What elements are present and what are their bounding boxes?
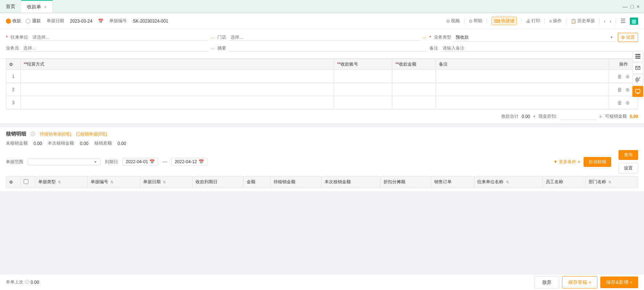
row-1-settlement[interactable] <box>21 70 334 83</box>
bt-col-dept: 部门名称 ⇅ <box>585 177 638 188</box>
row-1-amount[interactable] <box>392 70 436 83</box>
settings-button[interactable]: ⚙ 设置 <box>618 33 638 42</box>
row-1-account[interactable] <box>334 70 392 83</box>
row-2-account[interactable] <box>334 83 392 96</box>
abandon-btn[interactable]: 放弃 <box>534 276 559 289</box>
done-tab[interactable]: 已核销单据(0笔) <box>76 131 107 137</box>
plus-sign: + <box>533 114 535 119</box>
tab-home[interactable]: 首页 <box>0 0 21 13</box>
tab-receipt[interactable]: 收款单 × <box>21 0 53 13</box>
row-3-note[interactable] <box>436 96 609 109</box>
row-2-num: 2 <box>6 83 21 96</box>
help-label: 帮助 <box>474 18 482 24</box>
row-2-settlement[interactable] <box>21 83 334 96</box>
minimize-icon[interactable]: — <box>623 4 628 9</box>
sidebar-mail-icon[interactable] <box>632 63 643 74</box>
row-2-note[interactable] <box>436 83 609 96</box>
salesman-more-btn[interactable]: ··· <box>211 46 215 51</box>
filter-right: ▼ 更多条件 ∧ 自动核销 <box>553 157 611 167</box>
counterpart-field: * 往来单位 ··· <box>6 34 215 41</box>
list-view-icon[interactable]: ☰ <box>620 17 625 24</box>
row-3-copy-icon[interactable]: ⊕ <box>625 100 630 106</box>
nav-prev-icon[interactable]: ‹ <box>604 19 605 24</box>
discount-input[interactable] <box>560 113 597 120</box>
sort-num-icon[interactable]: ⇅ <box>110 180 113 184</box>
counterpart-more-btn[interactable]: ··· <box>211 35 215 40</box>
help-btn[interactable]: ⊙ 帮助 <box>469 18 482 24</box>
video-btn[interactable]: ⊙ 视频 <box>446 18 460 24</box>
form-area: * 往来单位 ··· 门店 ··· * 业务类型 预收款 ▼ ⚙ 设置 <box>0 29 644 59</box>
divider1 <box>464 18 464 24</box>
operation-btn[interactable]: ≡ 操作 <box>549 18 562 24</box>
row-3-num: 3 <box>6 96 21 109</box>
row-3-account[interactable] <box>334 96 392 109</box>
divider3 <box>521 18 522 24</box>
sort-date-icon[interactable]: ⇅ <box>163 180 166 184</box>
prev-info-icon[interactable]: ⓘ <box>25 279 29 285</box>
shortcut-btn[interactable]: ⌨ 快捷键 <box>491 17 517 25</box>
range-select[interactable]: ▼ <box>28 158 101 165</box>
query-btn[interactable]: 查询 <box>619 150 638 160</box>
bt-checkbox-header[interactable] <box>21 177 35 188</box>
row-2-copy-icon[interactable]: ⊕ <box>625 87 630 93</box>
sort-counterpart-icon[interactable]: ⇅ <box>506 180 509 184</box>
receipt-radio[interactable]: 收款 <box>6 18 21 24</box>
sidebar-clip-icon[interactable] <box>632 74 643 85</box>
row-2-delete-icon[interactable]: 🗑 <box>617 87 622 93</box>
date-from-icon[interactable]: 📅 <box>149 159 155 164</box>
bt-col-type: 单据类型 ⇅ <box>35 177 88 188</box>
counterpart-input[interactable] <box>30 34 208 41</box>
date-value[interactable]: 2023-03-24 <box>70 19 92 24</box>
sort-type-icon[interactable]: ⇅ <box>58 180 61 184</box>
due-label: 到期日 <box>105 159 118 165</box>
bt-col-due: 收款到期日 <box>193 177 244 188</box>
col-gear-header[interactable]: ⚙ <box>6 59 21 70</box>
nav-next-icon[interactable]: › <box>610 19 611 24</box>
select-all-checkbox[interactable] <box>24 179 28 184</box>
home-tab-label: 首页 <box>6 3 15 10</box>
salesman-input[interactable] <box>21 45 208 52</box>
print-btn[interactable]: 🖨 打印 <box>526 18 540 24</box>
verify-info-icon[interactable]: ⓘ <box>31 131 35 137</box>
row-1-note[interactable] <box>436 70 609 83</box>
tab-close-icon[interactable]: × <box>44 4 47 9</box>
row-2-amount[interactable] <box>392 83 436 96</box>
more-filter-btn[interactable]: ▼ 更多条件 ∧ <box>553 159 581 165</box>
memo-input[interactable] <box>228 45 426 52</box>
calendar-icon[interactable]: 📅 <box>98 19 103 24</box>
save-draft-btn[interactable]: 保存草稿 ∧ <box>562 276 597 289</box>
bt-gear-header[interactable]: ⚙ <box>6 177 21 188</box>
business-type-select[interactable]: 预收款 ▼ <box>453 34 616 42</box>
row-3-settlement[interactable] <box>21 96 334 109</box>
divider4 <box>545 18 545 24</box>
row-3-delete-icon[interactable]: 🗑 <box>617 100 622 106</box>
date-from-field[interactable]: 2022-04-01 📅 <box>122 158 158 166</box>
date-to-icon[interactable]: 📅 <box>199 159 204 164</box>
save-new-btn[interactable]: 保存&新增 ∧ <box>600 277 638 288</box>
maximize-icon[interactable]: □ <box>631 4 633 9</box>
row-3-amount[interactable] <box>392 96 436 109</box>
bt-col-amount: 金额 <box>243 177 270 188</box>
tab-bar: 首页 收款单 × — □ × <box>0 0 644 13</box>
doc-num-value[interactable]: SK-20230324-001 <box>133 19 168 24</box>
store-input[interactable] <box>228 34 420 41</box>
store-label: 门店 <box>217 34 226 40</box>
row-1-copy-icon[interactable]: ⊕ <box>625 74 630 79</box>
note-input[interactable] <box>440 45 638 52</box>
sidebar-table-icon[interactable] <box>632 51 643 62</box>
history-btn[interactable]: 📋 历史单据 <box>571 18 595 24</box>
auto-verify-btn[interactable]: 自动核销 <box>584 157 611 167</box>
pending-tab[interactable]: 待核销单据(0笔) <box>40 131 71 137</box>
table-settings-btn[interactable]: 设置 <box>619 163 638 173</box>
sort-dept-icon[interactable]: ⇅ <box>608 180 611 184</box>
current-label: 本次核销金额 <box>48 140 74 146</box>
sidebar-screen-icon[interactable] <box>632 86 643 97</box>
grid-view-icon[interactable]: ▦ <box>630 17 638 25</box>
row-1-delete-icon[interactable]: 🗑 <box>617 74 622 79</box>
refund-radio[interactable]: 退款 <box>25 18 41 24</box>
save-draft-label: 保存草稿 <box>568 279 587 286</box>
date-to-field[interactable]: 2022-04-12 📅 <box>171 158 207 166</box>
store-more-btn[interactable]: ··· <box>422 35 427 40</box>
bt-col-counterpart: 往来单位名称 ⇅ <box>474 177 543 188</box>
close-window-icon[interactable]: × <box>637 4 640 9</box>
